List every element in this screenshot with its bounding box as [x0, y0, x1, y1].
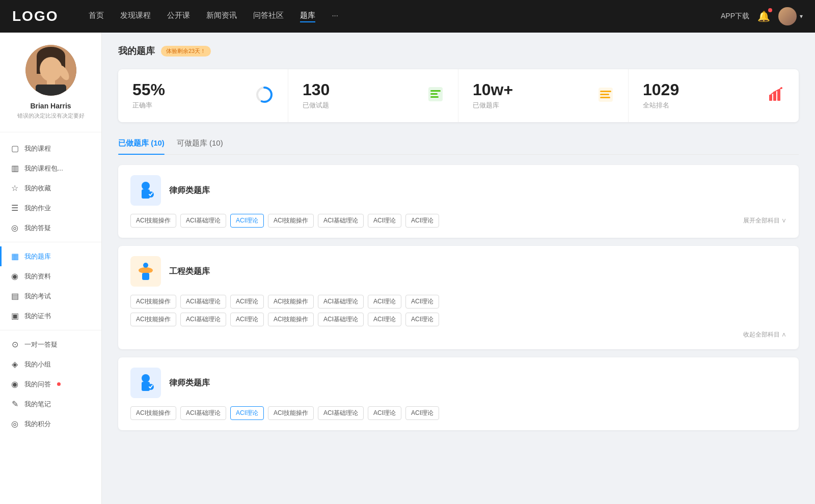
star-icon: ☆ [10, 183, 19, 193]
nav-question-bank[interactable]: 题库 [300, 11, 315, 22]
svg-rect-16 [600, 91, 611, 92]
sidebar-item-notes[interactable]: ✎ 我的笔记 [0, 394, 101, 414]
svg-rect-7 [36, 85, 66, 96]
collapse-footer: 收起全部科目 ∧ [130, 330, 786, 339]
tag[interactable]: ACI理论 [405, 214, 439, 228]
tag[interactable]: ACI理论 [368, 295, 401, 309]
tag[interactable]: ACI基础理论 [318, 295, 364, 309]
avatar-image [25, 45, 76, 96]
group-icon: ◈ [10, 359, 19, 369]
qbank-header-3: 律师类题库 [130, 368, 786, 398]
svg-rect-13 [430, 93, 438, 95]
tag[interactable]: ACI理论 [405, 313, 439, 326]
tag[interactable]: ACI理论 [230, 295, 264, 309]
lawyer-svg-1 [134, 179, 157, 202]
stat-banks-icon [597, 87, 614, 105]
tag[interactable]: ACI基础理论 [318, 406, 364, 420]
sidebar-label: 我的课程 [24, 144, 51, 153]
sidebar-item-qa[interactable]: ◎ 我的答疑 [0, 218, 101, 238]
tab-done[interactable]: 已做题库 (10) [118, 134, 165, 154]
tag-selected[interactable]: ACI理论 [230, 214, 264, 228]
tag[interactable]: ACI基础理论 [180, 313, 226, 326]
sidebar-label: 我的题库 [24, 252, 51, 261]
points-icon: ◎ [10, 419, 19, 429]
tag[interactable]: ACI理论 [368, 406, 401, 420]
tag[interactable]: ACI技能操作 [130, 406, 176, 420]
stat-accuracy: 55% 正确率 [118, 69, 288, 122]
tag[interactable]: ACI基础理论 [180, 295, 226, 309]
nav-more[interactable]: ··· [332, 11, 338, 22]
tag[interactable]: ACI技能操作 [130, 313, 176, 326]
tag[interactable]: ACI技能操作 [130, 295, 176, 309]
stat-rank-wrap: 1029 全站排名 [643, 81, 679, 110]
stat-banks-value: 10w+ [473, 81, 513, 98]
nav-home[interactable]: 首页 [89, 11, 104, 22]
page-title: 我的题库 [118, 45, 155, 57]
tag[interactable]: ACI基础理论 [318, 214, 364, 228]
svg-point-29 [143, 263, 148, 268]
nav-dropdown-arrow: ▾ [800, 13, 803, 20]
stat-done-wrap: 130 已做试题 [303, 81, 330, 110]
divider-2 [0, 330, 101, 330]
sidebar-label: 我的问答 [24, 380, 51, 389]
user-avatar-nav[interactable]: ▾ [778, 7, 803, 25]
tag[interactable]: ACI理论 [405, 406, 439, 420]
nav-qa[interactable]: 问答社区 [253, 11, 284, 22]
tag[interactable]: ACI理论 [368, 313, 401, 326]
stat-accuracy-icon [255, 86, 274, 106]
expand-link-1[interactable]: 展开全部科目 ∨ [743, 216, 786, 225]
stat-done-label: 已做试题 [303, 101, 330, 110]
nav-news[interactable]: 新闻资讯 [206, 11, 237, 22]
tag[interactable]: ACI技能操作 [268, 406, 314, 420]
sidebar-label: 我的证书 [24, 312, 51, 321]
svg-point-23 [142, 182, 150, 190]
lawyer-svg-2 [134, 372, 157, 394]
profile-name: Brian Harris [8, 102, 93, 110]
nav-open-course[interactable]: 公开课 [167, 11, 190, 22]
tag[interactable]: ACI技能操作 [268, 313, 314, 326]
sidebar-label: 我的资料 [24, 272, 51, 281]
tab-todo[interactable]: 可做题库 (10) [177, 134, 223, 154]
qbank-title-2: 工程类题库 [169, 266, 210, 277]
tag[interactable]: ACI基础理论 [180, 406, 226, 420]
sidebar-label: 我的作业 [24, 204, 51, 213]
package-icon: ▥ [10, 163, 19, 173]
qbank-header-1: 律师类题库 [130, 175, 786, 206]
collapse-link[interactable]: 收起全部科目 ∧ [743, 330, 786, 339]
sidebar-item-favorites[interactable]: ☆ 我的收藏 [0, 178, 101, 198]
tag-selected[interactable]: ACI理论 [230, 406, 264, 420]
qbank-title-1: 律师类题库 [169, 185, 210, 196]
tag[interactable]: ACI技能操作 [130, 214, 176, 228]
nav-courses[interactable]: 发现课程 [120, 11, 151, 22]
sidebar-item-course-package[interactable]: ▥ 我的课程包... [0, 158, 101, 178]
tag[interactable]: ACI理论 [405, 295, 439, 309]
exam-icon: ▤ [10, 291, 19, 301]
sidebar-label: 我的答疑 [24, 223, 51, 233]
svg-rect-12 [430, 90, 441, 92]
sidebar-item-profile[interactable]: ◉ 我的资料 [0, 266, 101, 286]
sidebar-item-exam[interactable]: ▤ 我的考试 [0, 286, 101, 306]
sidebar-label: 我的课程包... [24, 164, 63, 173]
sidebar-item-points[interactable]: ◎ 我的积分 [0, 414, 101, 434]
tag[interactable]: ACI基础理论 [318, 313, 364, 326]
notification-bell[interactable]: 🔔 [757, 10, 770, 22]
tag[interactable]: ACI基础理论 [180, 214, 226, 228]
sidebar-item-question-bank[interactable]: ▦ 我的题库 [0, 246, 101, 266]
sidebar-item-my-qa[interactable]: ◉ 我的问答 [0, 374, 101, 394]
sidebar-item-1on1[interactable]: ⊙ 一对一答疑 [0, 334, 101, 354]
sidebar-item-homework[interactable]: ☰ 我的作业 [0, 198, 101, 218]
sidebar-item-certificate[interactable]: ▣ 我的证书 [0, 306, 101, 326]
courses-icon: ▢ [10, 144, 19, 153]
sidebar-item-my-courses[interactable]: ▢ 我的课程 [0, 138, 101, 158]
tag[interactable]: ACI技能操作 [268, 214, 314, 228]
tag[interactable]: ACI技能操作 [268, 295, 314, 309]
sidebar-menu: ▢ 我的课程 ▥ 我的课程包... ☆ 我的收藏 ☰ 我的作业 ◎ 我的答疑 ▦ [0, 138, 101, 434]
app-download[interactable]: APP下载 [721, 12, 749, 21]
tabs: 已做题库 (10) 可做题库 (10) [118, 134, 799, 155]
tag[interactable]: ACI理论 [230, 313, 264, 326]
qa-icon: ◎ [10, 223, 19, 233]
divider-1 [0, 242, 101, 242]
sidebar-item-group[interactable]: ◈ 我的小组 [0, 354, 101, 374]
tag[interactable]: ACI理论 [368, 214, 401, 228]
qbank-title-3: 律师类题库 [169, 378, 210, 388]
